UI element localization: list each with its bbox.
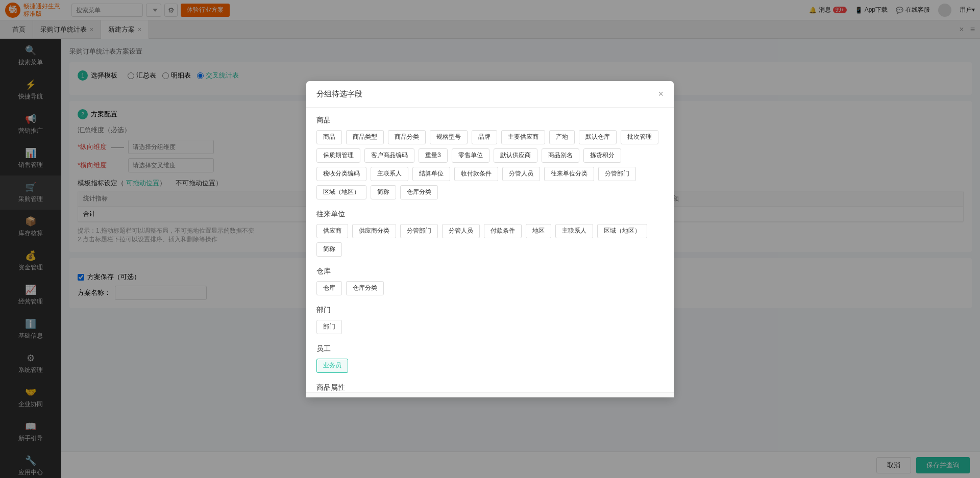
section-title-product-attr: 商品属性	[316, 383, 664, 392]
field-supervisor[interactable]: 分管人员	[502, 167, 540, 181]
field-supplier-category[interactable]: 供应商分类	[352, 224, 396, 238]
modal-section-dept: 部门 部门	[316, 306, 664, 334]
field-pick-points[interactable]: 拣货积分	[583, 148, 621, 163]
modal-body: 商品 商品 商品类型 商品分类 规格型号 品牌 主要供应商 产地 默认仓库 批次…	[306, 108, 674, 392]
field-customer-code[interactable]: 客户商品编码	[364, 148, 414, 163]
field-settle-unit[interactable]: 结算单位	[412, 167, 450, 181]
field-dept-product[interactable]: 分管部门	[598, 167, 636, 181]
field-main-contact[interactable]: 主联系人	[371, 167, 408, 181]
modal-section-warehouse: 仓库 仓库 仓库分类	[316, 267, 664, 295]
field-salesperson[interactable]: 业务员	[316, 359, 348, 373]
field-spec-model[interactable]: 规格型号	[430, 130, 468, 144]
field-abbr-product[interactable]: 简称	[371, 185, 396, 199]
modal-section-staff: 员工 业务员	[316, 344, 664, 373]
field-retail-unit[interactable]: 零售单位	[452, 148, 489, 163]
field-tax-code[interactable]: 税收分类编码	[316, 167, 366, 181]
section-title-product: 商品	[316, 116, 664, 125]
field-brand[interactable]: 品牌	[472, 130, 497, 144]
field-shelf-life[interactable]: 保质期管理	[316, 148, 360, 163]
section-title-dept: 部门	[316, 306, 664, 315]
field-supervisor-counterpart[interactable]: 分管人员	[442, 224, 480, 238]
field-payment-terms[interactable]: 收付款条件	[454, 167, 498, 181]
modal-section-product: 商品 商品 商品类型 商品分类 规格型号 品牌 主要供应商 产地 默认仓库 批次…	[316, 116, 664, 199]
field-abbr-counterpart[interactable]: 简称	[316, 242, 342, 257]
field-product-category[interactable]: 商品分类	[388, 130, 426, 144]
field-main-supplier[interactable]: 主要供应商	[501, 130, 545, 144]
section-title-warehouse: 仓库	[316, 267, 664, 276]
field-counterpart-category[interactable]: 往来单位分类	[544, 167, 594, 181]
field-area-counterpart[interactable]: 区域（地区）	[597, 224, 647, 238]
dept-fields: 部门	[316, 320, 664, 334]
field-main-contact-counterpart[interactable]: 主联系人	[555, 224, 593, 238]
field-warehouse-category-product[interactable]: 仓库分类	[400, 185, 438, 199]
modal-close-button[interactable]: ×	[658, 89, 664, 98]
field-warehouse[interactable]: 仓库	[316, 281, 342, 295]
field-product-type[interactable]: 商品类型	[346, 130, 384, 144]
staff-fields: 业务员	[316, 359, 664, 373]
section-title-staff: 员工	[316, 344, 664, 354]
field-product-alias[interactable]: 商品别名	[542, 148, 579, 163]
field-warehouse-category[interactable]: 仓库分类	[346, 281, 384, 295]
field-supplier[interactable]: 供应商	[316, 224, 348, 238]
modal-dialog: 分组待选字段 × 商品 商品 商品类型 商品分类 规格型号 品牌 主要供应商 产…	[306, 81, 674, 397]
modal-title: 分组待选字段	[316, 89, 362, 99]
field-origin[interactable]: 产地	[549, 130, 575, 144]
modal-section-counterpart: 往来单位 供应商 供应商分类 分管部门 分管人员 付款条件 地区 主联系人 区域…	[316, 210, 664, 257]
counterpart-fields: 供应商 供应商分类 分管部门 分管人员 付款条件 地区 主联系人 区域（地区） …	[316, 224, 664, 257]
warehouse-fields: 仓库 仓库分类	[316, 281, 664, 295]
field-default-warehouse[interactable]: 默认仓库	[579, 130, 617, 144]
field-region-counterpart[interactable]: 地区	[526, 224, 551, 238]
field-dept[interactable]: 部门	[316, 320, 342, 334]
section-title-counterpart: 往来单位	[316, 210, 664, 219]
modal-horizontal-scrollbar[interactable]	[306, 392, 674, 397]
field-product[interactable]: 商品	[316, 130, 342, 144]
field-default-supplier[interactable]: 默认供应商	[494, 148, 537, 163]
field-payment-cond[interactable]: 付款条件	[484, 224, 522, 238]
field-weight3[interactable]: 重量3	[419, 148, 448, 163]
field-dept-counterpart[interactable]: 分管部门	[400, 224, 438, 238]
product-fields: 商品 商品类型 商品分类 规格型号 品牌 主要供应商 产地 默认仓库 批次管理 …	[316, 130, 664, 199]
modal-overlay[interactable]: 分组待选字段 × 商品 商品 商品类型 商品分类 规格型号 品牌 主要供应商 产…	[0, 0, 980, 478]
modal-section-product-attr: 商品属性 属性 颜色 多规格 尺码 鞋码 1	[316, 383, 664, 392]
field-region-product[interactable]: 区域（地区）	[316, 185, 366, 199]
modal-header: 分组待选字段 ×	[306, 81, 674, 108]
field-batch-mgmt[interactable]: 批次管理	[621, 130, 658, 144]
